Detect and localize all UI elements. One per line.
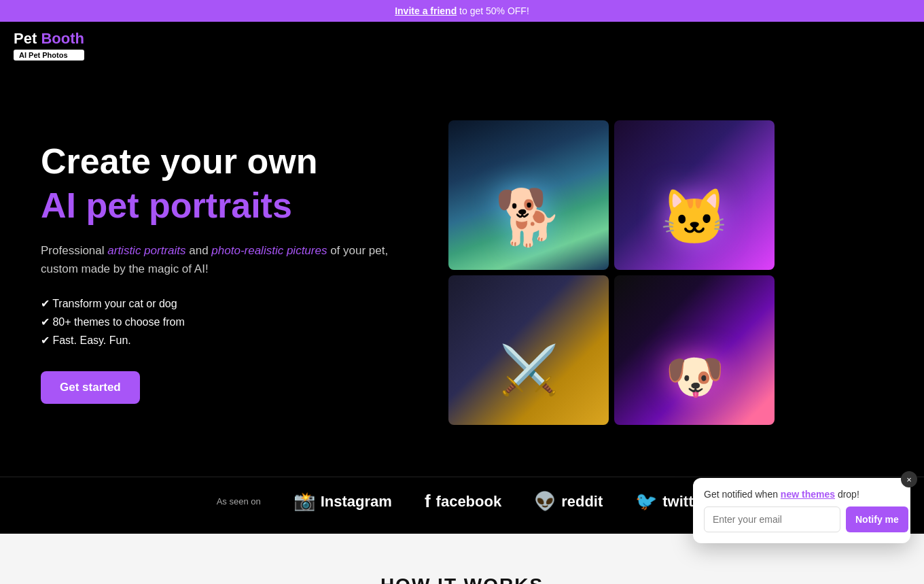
- invite-link[interactable]: Invite a friend: [395, 5, 457, 16]
- get-started-button[interactable]: Get started: [41, 371, 140, 404]
- hero-text: Create your own AI pet portraits Profess…: [41, 142, 421, 405]
- hero-description: Professional artistic portraits and phot…: [41, 241, 421, 278]
- hero-title-line2: AI pet portraits: [41, 186, 421, 225]
- instagram-logo[interactable]: 📸 Instagram: [294, 491, 392, 512]
- desc-italic1: artistic portraits: [107, 244, 185, 257]
- facebook-icon: f: [425, 491, 431, 512]
- hero-section: Create your own AI pet portraits Profess…: [0, 69, 924, 477]
- desc-part1: Professional: [41, 244, 107, 257]
- instagram-text: Instagram: [321, 493, 392, 511]
- social-label: As seen on: [217, 496, 261, 506]
- twitter-icon: 🐦: [635, 491, 657, 512]
- reddit-icon: 👽: [534, 491, 556, 512]
- notify-submit-button[interactable]: Notify me: [846, 506, 908, 532]
- notify-email-input[interactable]: [704, 506, 840, 532]
- instagram-icon: 📸: [294, 491, 315, 512]
- banner-suffix: to get 50% OFF!: [457, 5, 529, 16]
- check-item-3: ✔ Fast. Easy. Fun.: [41, 334, 421, 347]
- desc-italic2: photo-realistic pictures: [211, 244, 327, 257]
- notify-close-button[interactable]: ×: [901, 471, 917, 487]
- reddit-logo[interactable]: 👽 reddit: [534, 491, 603, 512]
- notify-input-row: Notify me: [704, 506, 900, 532]
- notify-popup: × Get notified when new themes drop! Not…: [693, 478, 910, 543]
- feature-list: ✔ Transform your cat or dog ✔ 80+ themes…: [41, 297, 421, 347]
- facebook-text: facebook: [436, 493, 502, 511]
- notify-text-before: Get notified when: [704, 489, 781, 500]
- reddit-text: reddit: [561, 493, 603, 511]
- logo-subtitle: AI Pet Photos: [14, 50, 84, 61]
- dog-bar-image: [614, 275, 775, 425]
- desc-part2: and: [186, 244, 212, 257]
- cat-astronaut-image: [614, 120, 775, 270]
- cat-armor-image: [448, 275, 609, 425]
- promo-banner: Invite a friend to get 50% OFF!: [0, 0, 924, 22]
- logo-booth: Booth: [41, 30, 84, 47]
- navbar: Pet Booth AI Pet Photos: [0, 22, 924, 69]
- dog-aurora-image: [448, 120, 609, 270]
- check-item-2: ✔ 80+ themes to choose from: [41, 315, 421, 328]
- notify-new-themes-link[interactable]: new themes: [781, 489, 835, 500]
- how-it-works-title: HOW IT WORKS: [41, 574, 883, 584]
- hero-images: [448, 120, 775, 425]
- notify-text-after: drop!: [835, 489, 859, 500]
- hero-title-line1: Create your own: [41, 142, 421, 181]
- facebook-logo[interactable]: f facebook: [425, 491, 501, 512]
- notify-message: Get notified when new themes drop!: [704, 489, 900, 500]
- logo[interactable]: Pet Booth AI Pet Photos: [14, 30, 84, 61]
- logo-pet: Pet: [14, 30, 37, 47]
- check-item-1: ✔ Transform your cat or dog: [41, 297, 421, 310]
